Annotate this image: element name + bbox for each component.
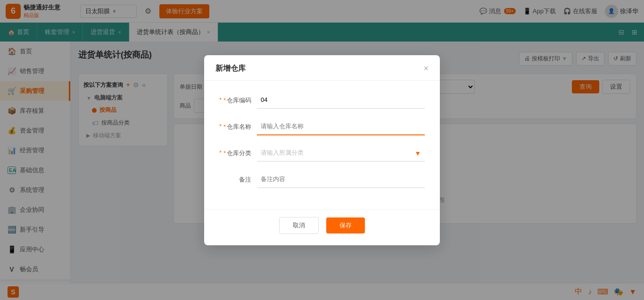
cancel-button[interactable]: 取消 [279, 217, 319, 234]
new-warehouse-modal: 新增仓库 × *仓库编码 *仓库名称 *仓库分类 [204, 55, 440, 245]
warehouse-category-select[interactable]: 请输入所属分类 [257, 145, 425, 162]
warehouse-category-row: *仓库分类 请输入所属分类 ▼ [219, 145, 425, 162]
warehouse-name-row: *仓库名称 [219, 118, 425, 135]
warehouse-name-label: *仓库名称 [219, 123, 257, 131]
warehouse-name-input[interactable] [257, 118, 425, 135]
modal-title: 新增仓库 [215, 64, 246, 74]
modal-footer: 取消 保存 [204, 209, 440, 245]
modal-body: *仓库编码 *仓库名称 *仓库分类 请输入所属分类 [204, 81, 440, 209]
modal-close-button[interactable]: × [423, 64, 429, 73]
warehouse-category-label: *仓库分类 [219, 149, 257, 158]
warehouse-remark-row: 备注 [219, 171, 425, 188]
warehouse-category-select-wrap: 请输入所属分类 ▼ [257, 145, 425, 162]
warehouse-code-row: *仓库编码 [219, 92, 425, 109]
modal-overlay: 新增仓库 × *仓库编码 *仓库名称 *仓库分类 [0, 0, 644, 300]
warehouse-code-label: *仓库编码 [219, 96, 257, 105]
warehouse-code-input[interactable] [257, 92, 425, 109]
modal-header: 新增仓库 × [204, 55, 440, 81]
warehouse-remark-input[interactable] [257, 171, 425, 188]
save-button[interactable]: 保存 [326, 217, 365, 233]
warehouse-remark-label: 备注 [219, 175, 257, 184]
